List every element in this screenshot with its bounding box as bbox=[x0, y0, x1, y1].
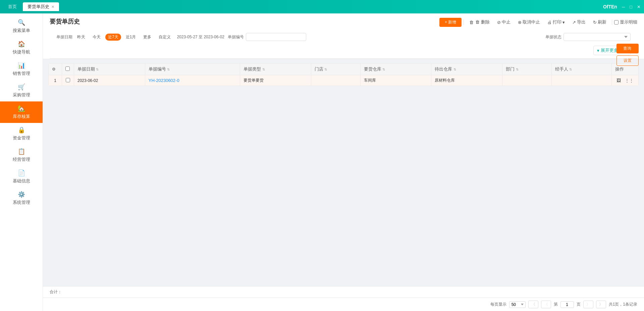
doc-number-input[interactable] bbox=[246, 33, 306, 41]
shortcut-today[interactable]: 今天 bbox=[90, 34, 103, 41]
sort-req-warehouse-icon[interactable]: ⇅ bbox=[382, 68, 385, 71]
brand-label: OfTEn bbox=[603, 4, 617, 9]
top-bar: 首页 要货单历史 ✕ OfTEn ─ □ ✕ bbox=[0, 0, 644, 13]
shortcut-yesterday[interactable]: 昨天 bbox=[74, 34, 88, 41]
cancel-stop-button[interactable]: ⊗ 取消中止 bbox=[515, 17, 543, 27]
sidebar-item-operations[interactable]: 📋 经营管理 bbox=[0, 144, 43, 166]
show-detail-input[interactable] bbox=[614, 20, 619, 25]
sidebar-item-inventory[interactable]: 🏡 库存核算 bbox=[0, 101, 43, 123]
shortcut-more[interactable]: 更多 bbox=[141, 34, 154, 41]
row-department bbox=[502, 75, 552, 86]
stop-button[interactable]: ⊘ 中止 bbox=[494, 17, 514, 27]
sort-handler-icon[interactable]: ⇅ bbox=[569, 68, 572, 71]
table-body: 1 2023-06-02 YH-20230602-0 要货单要货 车间库 原材料… bbox=[49, 75, 639, 86]
shortcut-custom[interactable]: 自定义 bbox=[156, 34, 173, 41]
first-page-btn[interactable]: 《 bbox=[528, 301, 538, 308]
close-window-btn[interactable]: ✕ bbox=[637, 4, 641, 9]
col-req-warehouse-header: 要货仓库 ⇅ bbox=[360, 63, 431, 75]
refresh-button[interactable]: ↻ 刷新 bbox=[590, 17, 610, 27]
sidebar-item-label: 系统管理 bbox=[13, 199, 30, 206]
select-all-checkbox[interactable] bbox=[65, 66, 70, 71]
sidebar-item-purchase[interactable]: 🛒 采购管理 bbox=[0, 80, 43, 101]
purchase-icon: 🛒 bbox=[18, 83, 25, 91]
sidebar-item-label: 资金管理 bbox=[13, 135, 30, 141]
page-suffix: 页 bbox=[577, 302, 581, 307]
sidebar-item-quick-nav[interactable]: 🏠 快捷导航 bbox=[0, 37, 43, 58]
row-checkbox[interactable] bbox=[66, 78, 70, 82]
row-pending-warehouse: 原材料仓库 bbox=[431, 75, 502, 86]
sidebar-item-label: 库存核算 bbox=[13, 114, 30, 120]
row-actions: 🖼 ⋮⋮ bbox=[612, 75, 639, 86]
delete-label: 🗑 删除 bbox=[475, 19, 490, 25]
sort-doc-date-icon[interactable]: ⇅ bbox=[96, 68, 99, 71]
status-select[interactable] bbox=[564, 33, 631, 41]
col-department-header: 部门 ⇅ bbox=[502, 63, 552, 75]
show-detail-checkbox[interactable]: 显示明细 bbox=[614, 19, 637, 25]
row-checkbox-cell[interactable] bbox=[62, 75, 74, 86]
more-action-icon[interactable]: ⋮⋮ bbox=[624, 77, 635, 84]
sidebar-item-finance[interactable]: 🔒 资金管理 bbox=[0, 123, 43, 144]
doc-number-link[interactable]: YH-20230602-0 bbox=[149, 78, 179, 83]
sidebar-item-sales[interactable]: 📊 销售管理 bbox=[0, 58, 43, 80]
close-tab-icon[interactable]: ✕ bbox=[51, 5, 54, 9]
settings-button[interactable]: 设置 bbox=[616, 55, 639, 66]
col-handler-header: 经手人 ⇅ bbox=[551, 63, 611, 75]
tab-history-label: 要货单历史 bbox=[28, 4, 49, 10]
row-handler bbox=[551, 75, 611, 86]
print-button[interactable]: 🖨 打印 ▾ bbox=[544, 17, 568, 27]
filter-bar: 单据日期 昨天 今天 近7天 近1月 更多 自定义 2023-05-27 至 2… bbox=[50, 30, 637, 59]
col-store-label: 门店 bbox=[315, 66, 323, 72]
col-doc-number-label: 单据编号 bbox=[149, 66, 166, 72]
sidebar-item-label: 销售管理 bbox=[13, 71, 30, 77]
col-pending-warehouse-label: 待出仓库 bbox=[435, 66, 452, 72]
sort-doc-number-icon[interactable]: ⇅ bbox=[167, 68, 170, 71]
system-icon: ⚙️ bbox=[18, 191, 25, 198]
row-store bbox=[311, 75, 361, 86]
operations-icon: 📋 bbox=[18, 148, 25, 155]
per-page-select[interactable]: 20 50 100 bbox=[509, 301, 526, 308]
cancel-stop-icon: ⊗ bbox=[518, 20, 522, 25]
next-page-btn[interactable]: 〉 bbox=[583, 301, 593, 308]
print-dropdown-icon: ▾ bbox=[562, 20, 565, 25]
new-button[interactable]: + 新增 bbox=[439, 18, 462, 27]
doc-number-label: 单据编号 bbox=[228, 34, 244, 40]
sales-icon: 📊 bbox=[18, 62, 25, 69]
table-header-row: ⚙ 单据日期 ⇅ 单据编号 ⇅ 单据类型 ⇅ bbox=[49, 63, 639, 75]
col-settings[interactable]: ⚙ bbox=[49, 63, 62, 75]
shortcut-7days[interactable]: 近7天 bbox=[105, 34, 121, 41]
sidebar: 🔍 搜索菜单 🏠 快捷导航 📊 销售管理 🛒 采购管理 🏡 库存核算 🔒 资金管… bbox=[0, 13, 43, 311]
finance-icon: 🔒 bbox=[18, 126, 25, 134]
inventory-icon: 🏡 bbox=[18, 105, 25, 112]
row-doc-date: 2023-06-02 bbox=[74, 75, 145, 86]
sort-store-icon[interactable]: ⇅ bbox=[324, 68, 327, 71]
page-input[interactable] bbox=[560, 301, 574, 308]
sidebar-item-label: 经营管理 bbox=[13, 157, 30, 163]
print-label: 打印 bbox=[553, 19, 561, 25]
toolbar: + 新增 🗑 🗑 删除 ⊘ 中止 ⊗ 取消中止 🖨 bbox=[439, 17, 637, 30]
pagination: 每页显示 20 50 100 《 〈 第 页 〉 》 共1页，1条记录 bbox=[43, 298, 644, 311]
sidebar-item-system[interactable]: ⚙️ 系统管理 bbox=[0, 187, 43, 209]
sidebar-item-label: 搜索菜单 bbox=[13, 28, 30, 34]
prev-page-btn[interactable]: 〈 bbox=[541, 301, 551, 308]
view-action-icon[interactable]: 🖼 bbox=[615, 77, 622, 84]
status-label: 单据状态 bbox=[545, 34, 561, 40]
delete-button[interactable]: 🗑 🗑 删除 bbox=[466, 17, 493, 27]
chevron-down-icon: ▾ bbox=[597, 48, 599, 53]
total-info: 共1页，1条记录 bbox=[609, 302, 637, 307]
tab-home[interactable]: 首页 bbox=[3, 2, 21, 11]
sidebar-item-search-menu[interactable]: 🔍 搜索菜单 bbox=[0, 15, 43, 37]
sort-pending-warehouse-icon[interactable]: ⇅ bbox=[453, 68, 456, 71]
export-icon: ↗ bbox=[572, 20, 576, 25]
sort-doc-type-icon[interactable]: ⇅ bbox=[262, 68, 265, 71]
sidebar-item-label: 采购管理 bbox=[13, 92, 30, 98]
query-button[interactable]: 查询 bbox=[616, 44, 639, 53]
maximize-btn[interactable]: □ bbox=[630, 4, 632, 9]
export-button[interactable]: ↗ 导出 bbox=[569, 17, 589, 27]
sidebar-item-basic-info[interactable]: 📄 基础信息 bbox=[0, 166, 43, 187]
col-checkbox-header[interactable] bbox=[62, 63, 74, 75]
tab-history[interactable]: 要货单历史 ✕ bbox=[23, 2, 59, 11]
sort-department-icon[interactable]: ⇅ bbox=[516, 68, 519, 71]
shortcut-1month[interactable]: 近1月 bbox=[123, 34, 139, 41]
last-page-btn[interactable]: 》 bbox=[596, 301, 606, 308]
minimize-btn[interactable]: ─ bbox=[622, 4, 625, 9]
